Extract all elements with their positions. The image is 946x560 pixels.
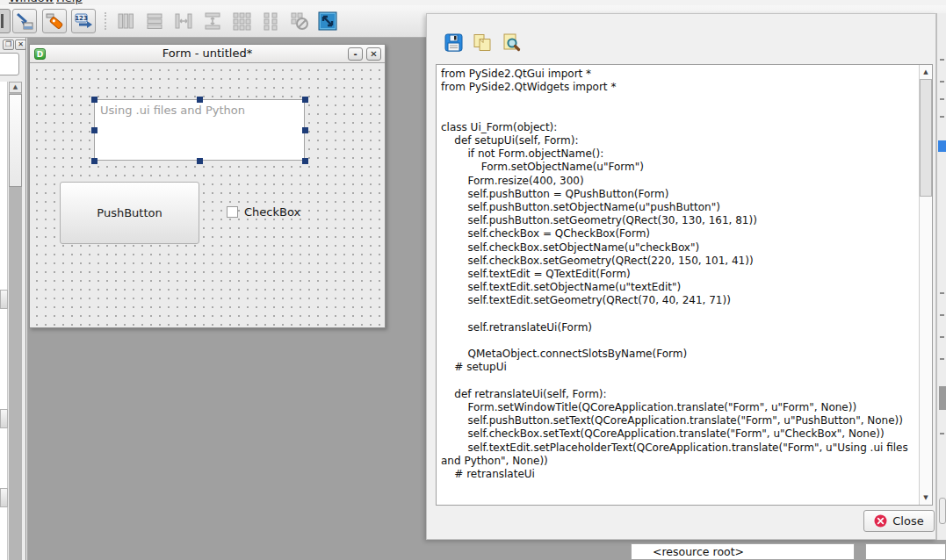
close-button[interactable]: Close [863,510,935,532]
selected-property-row[interactable] [938,140,946,152]
scrollbar-thumb[interactable] [920,79,932,197]
edit-signals-slots-button[interactable] [12,9,37,33]
textedit-widget[interactable]: Using .ui files and Python [94,99,305,161]
property-row-mark [940,314,944,316]
layout-form-button[interactable] [258,9,283,33]
toolbar-separator [105,12,106,30]
layout-vertical-icon [145,11,164,31]
scroll-up-icon[interactable]: ▲ [9,82,22,93]
pushbutton-widget[interactable]: PushButton [60,182,199,244]
checkbox-widget[interactable]: CheckBox [227,205,300,219]
form-designer-window: D Form - untitled* - ✕ Using .ui files a… [29,44,386,328]
panel-float-button[interactable]: ❐ [3,39,14,50]
selection-handle-n[interactable] [197,97,203,103]
layout-vertical-button[interactable] [142,9,167,33]
layout-splitter-horizontal-button[interactable] [171,9,196,33]
code-vertical-scrollbar[interactable]: ▲ ▼ [919,65,932,505]
find-icon [501,32,522,53]
edit-tab-order-icon: 123 [74,11,93,31]
resource-preview-pane [865,543,946,560]
break-layout-icon [290,11,309,31]
widget-filter-input[interactable] [0,53,19,75]
layout-splitter-horizontal-icon [174,11,193,31]
property-row-mark [940,358,944,360]
resource-root-item[interactable]: <resource root> [653,545,744,558]
layout-form-icon [261,11,280,31]
widget-category-item[interactable] [0,290,8,309]
selection-handle-s[interactable] [197,158,203,164]
scroll-up-icon[interactable]: ▲ [920,66,932,78]
edit-signals-slots-icon [15,11,34,31]
widget-category-item[interactable] [0,488,8,507]
find-button[interactable] [501,32,522,54]
layout-splitter-vertical-icon [203,11,222,31]
form-window-title: Form - untitled* [30,47,385,60]
scroll-down-icon[interactable]: ▼ [920,492,932,504]
widget-box-list[interactable] [0,82,8,560]
strip-button-edge [939,498,946,524]
save-button[interactable] [444,32,465,54]
layout-horizontal-button[interactable] [113,9,138,33]
selection-handle-sw[interactable] [91,158,97,164]
widget-category-item[interactable] [0,409,8,428]
edit-buddies-icon [45,11,64,31]
property-row-mark [940,116,944,118]
edit-widgets-button[interactable] [0,9,11,33]
layout-grid-icon [232,11,251,31]
property-row-mark [940,98,944,100]
property-row-mark [940,433,944,434]
resource-tree[interactable]: <resource root> [631,543,855,560]
selection-handle-se[interactable] [302,158,308,164]
selection-handle-nw[interactable] [91,97,97,103]
pushbutton-label: PushButton [97,206,162,219]
layout-grid-button[interactable] [229,9,254,33]
property-row-mark [940,336,944,338]
checkbox-label: CheckBox [244,205,300,219]
adjust-size-icon [317,11,338,32]
form-canvas[interactable]: Using .ui files and Python PushButton Ch… [30,63,385,327]
code-content[interactable]: from PySide2.QtGui import * from PySide2… [437,65,918,505]
widget-box-panel: ❐ ✕ ▲ [0,38,26,560]
scrollbar-thumb[interactable] [9,94,22,187]
selection-handle-ne[interactable] [302,97,308,103]
layout-horizontal-icon [116,11,135,31]
edit-buddies-button[interactable] [42,9,67,33]
selection-handle-w[interactable] [91,127,97,133]
copy-button[interactable] [472,32,493,54]
close-icon [874,514,887,528]
selection-handle-e[interactable] [302,127,308,133]
svg-text:123: 123 [75,15,88,22]
textedit-placeholder: Using .ui files and Python [100,104,245,117]
adjust-size-button[interactable] [315,9,340,33]
save-icon [444,32,465,53]
view-code-dialog: from PySide2.QtGui import * from PySide2… [426,13,936,540]
break-layout-button[interactable] [287,9,312,33]
panel-close-button[interactable]: ✕ [15,39,26,50]
copy-icon [472,32,493,53]
property-row-mark [940,292,944,294]
generated-code-view[interactable]: from PySide2.QtGui import * from PySide2… [436,64,933,506]
close-button-label: Close [892,514,923,528]
layout-splitter-vertical-button[interactable] [200,9,225,33]
form-minimize-button[interactable]: - [348,47,363,61]
property-row-mark [940,59,944,61]
checkbox-indicator[interactable] [227,206,238,218]
edit-widgets-icon [0,11,8,31]
strip-scroll-thumb[interactable] [939,386,946,410]
property-row-mark [940,81,944,83]
property-editor-strip [936,13,946,540]
edit-tab-order-button[interactable]: 123 [71,9,96,33]
form-close-button[interactable]: ✕ [366,47,381,61]
widget-box-scrollbar[interactable]: ▲ [9,82,22,560]
menu-item-window[interactable]: Window [9,0,54,4]
form-window-titlebar[interactable]: D Form - untitled* - ✕ [30,45,385,63]
menu-item-help[interactable]: Help [56,0,83,4]
